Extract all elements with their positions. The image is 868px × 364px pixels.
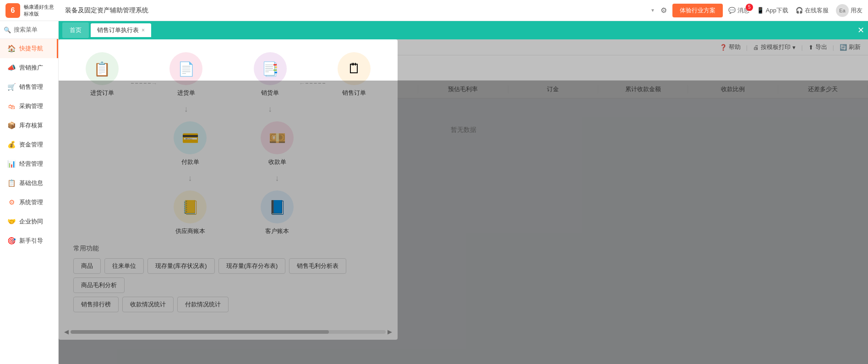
logo-text: 畅康通好生意 标准版 — [24, 4, 54, 17]
sidebar-item-quick-nav[interactable]: 🏠 快捷导航 — [0, 39, 58, 58]
content-area: 首页 销售订单执行表 × ✕ ❓ 帮助 — [59, 21, 868, 364]
sidebar-item-basic-info[interactable]: 📋 基础信息 — [0, 174, 58, 193]
logo-icon: 6 — [5, 3, 20, 18]
inventory-icon: 📦 — [7, 121, 16, 130]
avatar: Ea — [836, 4, 849, 17]
top-bar: 6 畅康通好生意 标准版 装备及固定资产辅助管理系统 ▼ ⚙ 体验行业方案 💬 … — [0, 0, 868, 21]
sidebar-search[interactable]: 🔍 搜索菜单 — [0, 21, 58, 39]
sidebar-item-enterprise[interactable]: 🤝 企业协同 — [0, 212, 58, 231]
modal-overlay[interactable] — [59, 81, 868, 364]
message-icon: 💬 — [728, 7, 736, 14]
avatar-initial: Ea — [839, 8, 845, 13]
finance-icon: 💰 — [7, 141, 16, 149]
tab-sales-order[interactable]: 销售订单执行表 × — [91, 23, 151, 37]
table-container: 品 商品 金额 预估毛利 预估毛利率 订金 累计收款金额 收款比例 还差多少天 … — [59, 81, 868, 364]
close-all-tabs-btn[interactable]: ✕ — [857, 26, 864, 35]
sidebar-item-inventory[interactable]: 📦 库存核算 — [0, 116, 58, 135]
newbie-icon: 🎯 — [7, 237, 16, 245]
basic-info-icon: 📋 — [7, 179, 16, 187]
tab-close-btn[interactable]: × — [142, 27, 145, 33]
tab-bar-right: ✕ — [857, 25, 864, 35]
sidebar: 🔍 搜索菜单 🏠 快捷导航 📣 营销推广 🛒 销售管理 🛍 采购管理 📦 — [0, 21, 59, 364]
message-btn[interactable]: 💬 消息 5 — [728, 6, 749, 15]
system-icon: ⚙ — [7, 198, 16, 206]
system-dropdown-icon[interactable]: ▼ — [650, 8, 655, 13]
tab-home[interactable]: 首页 — [62, 22, 89, 38]
sidebar-item-marketing[interactable]: 📣 营销推广 — [0, 58, 58, 77]
content-body: ❓ 帮助 | 🖨 按模板打印 ▾ | ⬆ 导出 — [59, 39, 868, 364]
app-download-btn[interactable]: 📱 App下载 — [757, 6, 788, 15]
marketing-icon: 📣 — [7, 64, 16, 72]
home-icon: 🏠 — [7, 44, 16, 53]
experience-btn[interactable]: 体验行业方案 — [672, 4, 723, 17]
search-icon: 🔍 — [4, 27, 11, 33]
settings-icon[interactable]: ⚙ — [661, 6, 667, 15]
service-icon: 🎧 — [796, 7, 803, 14]
system-title: 装备及固定资产辅助管理系统 — [65, 6, 645, 15]
online-service-btn[interactable]: 🎧 在线客服 — [796, 6, 829, 15]
main-area: 🔍 搜索菜单 🏠 快捷导航 📣 营销推广 🛒 销售管理 🛍 采购管理 📦 — [0, 21, 868, 364]
sidebar-item-operations[interactable]: 📊 经营管理 — [0, 154, 58, 174]
top-bar-actions: 💬 消息 5 📱 App下载 🎧 在线客服 Ea 用友 — [728, 4, 863, 17]
tab-bar: 首页 销售订单执行表 × ✕ — [59, 21, 868, 39]
sidebar-item-sales[interactable]: 🛒 销售管理 — [0, 77, 58, 97]
message-badge: 5 — [746, 4, 753, 11]
operations-icon: 📊 — [7, 160, 16, 168]
sidebar-item-system[interactable]: ⚙ 系统管理 — [0, 193, 58, 212]
sidebar-item-finance[interactable]: 💰 资金管理 — [0, 135, 58, 154]
sidebar-item-newbie[interactable]: 🎯 新手引导 — [0, 231, 58, 250]
download-icon: 📱 — [757, 7, 764, 14]
content-main: ❓ 帮助 | 🖨 按模板打印 ▾ | ⬆ 导出 — [59, 39, 868, 364]
enterprise-icon: 🤝 — [7, 217, 16, 226]
sidebar-item-purchase[interactable]: 🛍 采购管理 — [0, 97, 58, 116]
user-menu[interactable]: Ea 用友 — [836, 4, 863, 17]
sales-icon: 🛒 — [7, 83, 16, 91]
purchase-icon: 🛍 — [7, 102, 16, 110]
logo-area: 6 畅康通好生意 标准版 — [5, 3, 60, 18]
